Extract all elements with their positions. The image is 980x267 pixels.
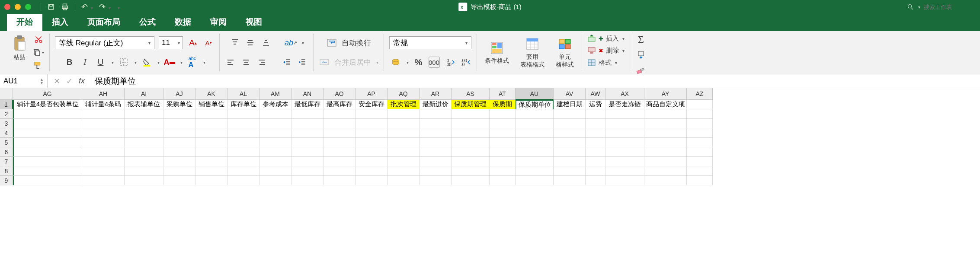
cell-AK5[interactable] [195,138,227,147]
italic-button[interactable]: I [80,57,91,68]
cell-AO9[interactable] [323,176,355,185]
cell-AP9[interactable] [355,176,388,185]
cell-AV6[interactable] [554,147,586,157]
cell-AR4[interactable] [420,128,452,138]
cell-AW5[interactable] [586,138,605,147]
cell-AP1[interactable]: 安全库存 [355,100,388,109]
cell-AG3[interactable] [13,119,82,128]
cell-AM7[interactable] [259,157,291,166]
cell-AM6[interactable] [259,147,291,157]
cell-AG6[interactable] [13,147,82,157]
cell-AT8[interactable] [490,166,516,176]
format-as-table-button[interactable]: 套用 表格格式 [518,36,547,70]
cell-AY9[interactable] [644,176,687,185]
cell-AK8[interactable] [195,166,227,176]
cell-AQ8[interactable] [388,166,420,176]
name-box[interactable]: ▲▼ [0,74,48,88]
column-headers[interactable]: AGAHAIAJAKALAMANAOAPAQARASATAUAVAWAXAYAZ [13,88,713,100]
col-header-AY[interactable]: AY [644,88,687,100]
cancel-formula-icon[interactable]: ✕ [54,76,60,86]
cell-AW8[interactable] [586,166,605,176]
format-painter-icon[interactable] [33,60,44,71]
cell-AL5[interactable] [227,138,259,147]
cell-AU7[interactable] [516,157,554,166]
tab-视图[interactable]: 视图 [236,13,272,31]
clear-icon[interactable] [635,65,647,76]
paste-button[interactable]: 粘贴 [10,34,29,62]
cell-AW3[interactable] [586,119,605,128]
cell-AR5[interactable] [420,138,452,147]
cell-AN1[interactable]: 最低库存 [291,100,323,109]
tab-页面布局[interactable]: 页面布局 [78,13,130,31]
cell-AH3[interactable] [82,119,125,128]
cell-AM4[interactable] [259,128,291,138]
cell-AI7[interactable] [125,157,163,166]
cell-AV2[interactable] [554,109,586,119]
copy-icon[interactable]: ▾ [33,47,44,58]
orientation-icon[interactable]: ab↗ [285,37,297,48]
row-header-9[interactable]: 9 [0,176,13,185]
cell-AM8[interactable] [259,166,291,176]
cell-AO6[interactable] [323,147,355,157]
font-size-select[interactable]: 11▾ [159,36,183,49]
col-header-AI[interactable]: AI [125,88,163,100]
row-header-8[interactable]: 8 [0,166,13,176]
cell-AW6[interactable] [586,147,605,157]
cell-AR1[interactable]: 最新进价 [420,100,452,109]
font-color-button[interactable]: A [164,57,175,68]
cell-AM1[interactable]: 参考成本 [259,100,291,109]
cell-AX8[interactable] [605,166,644,176]
cell-AT4[interactable] [490,128,516,138]
cell-AP5[interactable] [355,138,388,147]
col-header-AH[interactable]: AH [82,88,125,100]
cell-AX5[interactable] [605,138,644,147]
cell-AJ9[interactable] [163,176,195,185]
cell-AJ7[interactable] [163,157,195,166]
cell-AK9[interactable] [195,176,227,185]
cell-AH9[interactable] [82,176,125,185]
cell-AN7[interactable] [291,157,323,166]
cell-AV4[interactable] [554,128,586,138]
cell-AH1[interactable]: 辅计量4条码 [82,100,125,109]
minimize-window-button[interactable] [15,4,21,10]
cell-AO8[interactable] [323,166,355,176]
cell-AT1[interactable]: 保质期 [490,100,516,109]
col-header-AJ[interactable]: AJ [163,88,195,100]
workbook-search[interactable]: ▾ [907,3,976,10]
cell-AZ4[interactable] [687,128,713,138]
phonetic-button[interactable]: abcA [187,57,198,68]
cell-AV8[interactable] [554,166,586,176]
cell-AK6[interactable] [195,147,227,157]
cell-AG2[interactable] [13,109,82,119]
cell-AP8[interactable] [355,166,388,176]
row-headers[interactable]: 123456789 [0,100,13,185]
col-header-AK[interactable]: AK [195,88,227,100]
cell-AS4[interactable] [452,128,490,138]
cell-AX3[interactable] [605,119,644,128]
cell-AT5[interactable] [490,138,516,147]
maximize-window-button[interactable] [25,4,31,10]
cell-AI5[interactable] [125,138,163,147]
cell-AI2[interactable] [125,109,163,119]
comma-icon[interactable]: 000 [429,57,440,68]
cell-AY7[interactable] [644,157,687,166]
align-center-icon[interactable] [240,57,252,68]
cell-AS3[interactable] [452,119,490,128]
cell-AK2[interactable] [195,109,227,119]
cell-AI1[interactable]: 报表辅单位 [125,100,163,109]
cell-AV3[interactable] [554,119,586,128]
decrease-decimal-icon[interactable]: .00.0 [460,57,471,68]
row-header-4[interactable]: 4 [0,128,13,138]
cell-AG5[interactable] [13,138,82,147]
cell-AZ9[interactable] [687,176,713,185]
underline-button[interactable]: U [95,57,106,68]
cell-AY5[interactable] [644,138,687,147]
cell-AT7[interactable] [490,157,516,166]
cell-AU5[interactable] [516,138,554,147]
cell-AZ3[interactable] [687,119,713,128]
cell-AT6[interactable] [490,147,516,157]
bold-button[interactable]: B [64,57,75,68]
cell-AU9[interactable] [516,176,554,185]
cell-AN9[interactable] [291,176,323,185]
cell-AG8[interactable] [13,166,82,176]
